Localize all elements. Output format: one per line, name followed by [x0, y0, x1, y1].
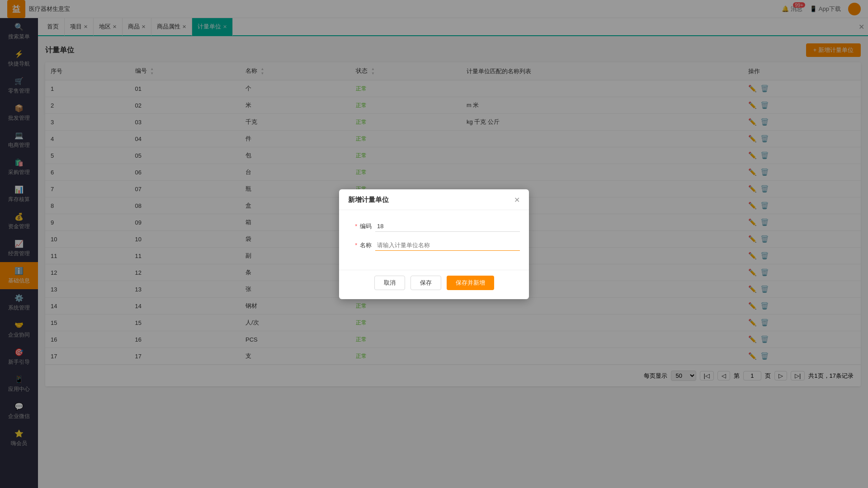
- code-required-mark: *: [355, 223, 357, 230]
- add-unit-dialog: 新增计量单位 ✕ * 编码 * 名称 取消 保存 保存并新增: [339, 189, 529, 299]
- code-label: * 编码: [348, 222, 375, 230]
- name-input[interactable]: [375, 240, 520, 251]
- dialog-body: * 编码 * 名称: [339, 210, 529, 270]
- name-label: * 名称: [348, 241, 375, 249]
- name-required-mark: *: [355, 242, 357, 249]
- dialog-footer: 取消 保存 保存并新增: [339, 270, 529, 299]
- save-button[interactable]: 保存: [410, 276, 441, 290]
- modal-overlay[interactable]: 新增计量单位 ✕ * 编码 * 名称 取消 保存 保存并新增: [0, 0, 868, 488]
- form-item-code: * 编码: [348, 221, 520, 232]
- dialog-close-button[interactable]: ✕: [514, 196, 520, 204]
- cancel-button[interactable]: 取消: [374, 276, 405, 290]
- form-item-name: * 名称: [348, 240, 520, 251]
- dialog-header: 新增计量单位 ✕: [339, 189, 529, 210]
- save-and-new-button[interactable]: 保存并新增: [447, 276, 494, 290]
- code-input[interactable]: [375, 221, 520, 232]
- dialog-title: 新增计量单位: [348, 196, 389, 204]
